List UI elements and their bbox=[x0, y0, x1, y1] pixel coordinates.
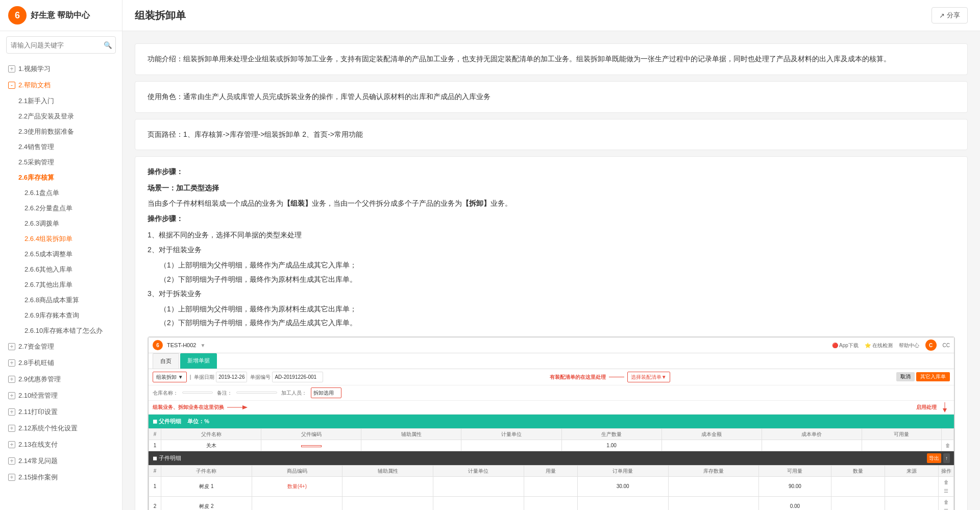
app-title: 好生意 帮助中心 bbox=[31, 10, 90, 21]
mock-import-btn[interactable]: ↑ bbox=[943, 453, 950, 463]
sidebar-item-new-user[interactable]: 2.1新手入门 bbox=[0, 93, 122, 109]
search-bar[interactable]: 🔍 bbox=[6, 36, 116, 54]
sidebar-sub2-label: 2.6.9库存账本查询 bbox=[24, 311, 79, 320]
search-button[interactable]: 🔍 bbox=[101, 37, 115, 53]
step3-1: （1）上部明细为父件明细，最终作为原材料生成其它出库单； bbox=[160, 303, 955, 315]
sidebar-item-install[interactable]: 2.2产品安装及登录 bbox=[0, 109, 122, 124]
sidebar-sub2-label: 2.6.5成本调整单 bbox=[24, 250, 72, 259]
sidebar-item-label: 2.8手机旺铺 bbox=[18, 358, 54, 368]
sidebar-sub-label: 2.1新手入门 bbox=[18, 96, 54, 106]
sidebar-item-2-6-4[interactable]: 2.6.4组装拆卸单 bbox=[0, 231, 122, 247]
intro-card: 功能介绍：组装拆卸单用来处理企业组装或拆卸等加工业务，支持有固定装配清单的产品加… bbox=[135, 43, 968, 75]
sidebar-sub-label: 2.5采购管理 bbox=[18, 158, 54, 167]
sidebar-item-2-6-5[interactable]: 2.6.5成本调整单 bbox=[0, 247, 122, 262]
screenshot-container: 6 TEST-H002 ▼ 🔴 App下载 ⭐ 在线检测 帮助中心 C CC 自… bbox=[148, 336, 955, 510]
sidebar-item-payment[interactable]: + 2.13在线支付 bbox=[0, 436, 122, 453]
sidebar-item-2-6-10[interactable]: 2.6.10库存账本错了怎么办 bbox=[0, 323, 122, 338]
sidebar-item-purchase[interactable]: 2.5采购管理 bbox=[0, 155, 122, 170]
expand-icon: + bbox=[8, 457, 15, 465]
sidebar-item-2-6-1[interactable]: 2.6.1盘点单 bbox=[0, 185, 122, 201]
sidebar-item-label: 2.10经营管理 bbox=[18, 391, 58, 400]
sidebar-item-faq[interactable]: + 2.14常见问题 bbox=[0, 453, 122, 469]
steps-title: 操作步骤： bbox=[148, 213, 955, 225]
logo-icon: 6 bbox=[8, 6, 27, 25]
expand-icon: + bbox=[8, 425, 15, 432]
mock-parent-section: ◼ 父件明细 单位：% bbox=[149, 415, 954, 428]
search-input[interactable] bbox=[7, 38, 101, 52]
share-icon: ↗ bbox=[939, 12, 945, 19]
sidebar-item-print[interactable]: + 2.11打印设置 bbox=[0, 404, 122, 420]
sidebar-item-2-6-9[interactable]: 2.6.9库存账本查询 bbox=[0, 308, 122, 323]
expand-icon: + bbox=[8, 359, 15, 367]
path-intro: 页面路径：1、库存核算->库存管理->组装拆卸单 2、首页->常用功能 bbox=[148, 129, 955, 141]
step2-2: （2）下部明细为子件明细，最终作为原材料生成其它出库单。 bbox=[160, 274, 955, 286]
expand-icon: + bbox=[8, 65, 15, 72]
sidebar-sub-label: 2.3使用前数据准备 bbox=[18, 127, 74, 136]
sidebar-sub2-label: 2.6.2分量盘点单 bbox=[24, 204, 72, 213]
collapse-icon: - bbox=[8, 82, 15, 89]
role-intro: 使用角色：通常由生产人员或库管人员完成拆装业务的操作，库管人员确认原材料的出库和… bbox=[148, 91, 955, 103]
sidebar-sub2-label: 2.6.3调拨单 bbox=[24, 219, 59, 228]
sidebar-item-data-prep[interactable]: 2.3使用前数据准备 bbox=[0, 124, 122, 139]
sidebar-item-label: 2.帮助文档 bbox=[18, 81, 51, 90]
sidebar-item-label: 1.视频学习 bbox=[18, 64, 51, 74]
share-label: 分享 bbox=[947, 11, 960, 20]
expand-icon: + bbox=[8, 343, 15, 350]
scene1-desc: 当由多个子件材料组装成一个成品的业务为【组装】业务，当由一个父件拆分成多个子产品… bbox=[148, 198, 955, 210]
sidebar-sub2-label: 2.6.8商品成本重算 bbox=[24, 296, 79, 305]
sidebar-item-label: 2.9优惠券管理 bbox=[18, 375, 61, 384]
sidebar-sub2-label: 2.6.4组装拆卸单 bbox=[24, 234, 72, 244]
path-card: 页面路径：1、库存核算->库存管理->组装拆卸单 2、首页->常用功能 bbox=[135, 119, 968, 151]
operation-card: 操作步骤： 场景一：加工类型选择 当由多个子件材料组装成一个成品的业务为【组装】… bbox=[135, 156, 968, 510]
sidebar-item-2-6-8[interactable]: 2.6.8商品成本重算 bbox=[0, 293, 122, 308]
mock-export-btn[interactable]: 导出 bbox=[927, 453, 941, 463]
share-button[interactable]: ↗ 分享 bbox=[932, 7, 968, 23]
sidebar-item-video[interactable]: + 1.视频学习 bbox=[0, 61, 122, 77]
step1: 1、根据不同的业务，选择不同单据的类型来处理 bbox=[148, 229, 955, 241]
sidebar-item-mobile[interactable]: + 2.8手机旺铺 bbox=[0, 355, 122, 371]
sidebar-sub2-label: 2.6.7其他出库单 bbox=[24, 280, 72, 289]
svg-marker-3 bbox=[943, 408, 947, 412]
scene1-title: 场景一：加工类型选择 bbox=[148, 182, 955, 195]
mock-parent-table: # 父件名称 父件编码 辅助属性 计量单位 生产数量 成本金额 成本单价 可用量 bbox=[149, 428, 954, 451]
expand-icon: + bbox=[8, 474, 15, 481]
sidebar-item-2-6-6[interactable]: 2.6.6其他入库单 bbox=[0, 262, 122, 277]
sidebar-header: 6 好生意 帮助中心 bbox=[0, 0, 122, 31]
sidebar-item-sales[interactable]: 2.4销售管理 bbox=[0, 139, 122, 155]
sidebar-item-label: 2.13在线支付 bbox=[18, 440, 58, 449]
sidebar-sub2-label: 2.6.1盘点单 bbox=[24, 188, 59, 198]
main-header: 组装拆卸单 ↗ 分享 bbox=[122, 0, 980, 31]
sidebar-item-coupon[interactable]: + 2.9优惠券管理 bbox=[0, 371, 122, 387]
step3-2: （2）下部明细为子件明细，最终作为产成品生成其它入库单。 bbox=[160, 317, 955, 329]
sidebar-item-ops[interactable]: + 2.10经营管理 bbox=[0, 387, 122, 404]
sidebar-item-finance[interactable]: + 2.7资金管理 bbox=[0, 338, 122, 355]
role-card: 使用角色：通常由生产人员或库管人员完成拆装业务的操作，库管人员确认原材料的出库和… bbox=[135, 81, 968, 113]
step2-1: （1）上部明细为父件明细，最终作为产成品生成其它入库单； bbox=[160, 259, 955, 272]
sidebar-item-2-6-7[interactable]: 2.6.7其他出库单 bbox=[0, 277, 122, 293]
sidebar-item-label: 2.11打印设置 bbox=[18, 407, 58, 417]
sidebar-item-2-6-2[interactable]: 2.6.2分量盘点单 bbox=[0, 201, 122, 216]
sidebar-item-2-6-3[interactable]: 2.6.3调拨单 bbox=[0, 216, 122, 231]
sidebar-item-label: 2.7资金管理 bbox=[18, 342, 54, 351]
expand-icon: + bbox=[8, 441, 15, 448]
page-title: 组装拆卸单 bbox=[135, 9, 186, 22]
sidebar-item-settings[interactable]: + 2.12系统个性化设置 bbox=[0, 420, 122, 436]
mock-docno: AD-20191226-001 bbox=[272, 372, 323, 382]
operation-title: 操作步骤： bbox=[148, 166, 955, 178]
mock-child-table: # 子件名称 商品编码 辅助属性 计量单位 用量 订单用量 库存数量 可用量 bbox=[149, 465, 954, 510]
nav-section: + 1.视频学习 - 2.帮助文档 2.1新手入门 2.2产品安装及登录 2.3… bbox=[0, 59, 122, 488]
sidebar-item-help-doc[interactable]: - 2.帮助文档 bbox=[0, 77, 122, 93]
mock-company: TEST-H002 bbox=[167, 341, 196, 350]
sidebar-sub-label: 2.6库存核算 bbox=[18, 173, 54, 182]
expand-icon: + bbox=[8, 376, 15, 383]
sidebar-item-inventory[interactable]: 2.6库存核算 bbox=[0, 170, 122, 185]
arrow-annotation3-icon bbox=[940, 402, 950, 412]
sidebar-item-cases[interactable]: + 2.15操作案例 bbox=[0, 469, 122, 485]
mock-topbar: 6 TEST-H002 ▼ 🔴 App下载 ⭐ 在线检测 帮助中心 C CC bbox=[149, 337, 954, 353]
step3: 3、对于拆装业务 bbox=[148, 288, 955, 300]
mock-cancel-btn[interactable]: 取消 bbox=[896, 372, 915, 381]
main-content: 组装拆卸单 ↗ 分享 功能介绍：组装拆卸单用来处理企业组装或拆卸等加工业务，支持… bbox=[122, 0, 980, 510]
expand-icon: + bbox=[8, 408, 15, 416]
step2: 2、对于组装业务 bbox=[148, 244, 955, 256]
mock-save-btn[interactable]: 其它入库单 bbox=[916, 372, 950, 381]
